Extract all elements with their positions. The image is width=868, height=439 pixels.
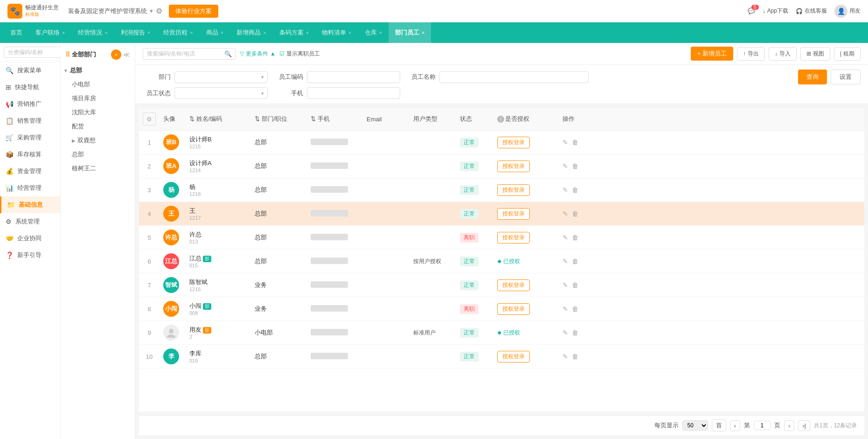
phone-input[interactable] <box>307 87 400 99</box>
delete-button[interactable]: 🗑 <box>572 305 578 313</box>
delete-button[interactable]: 🗑 <box>572 186 578 194</box>
delete-button[interactable]: 🗑 <box>572 329 578 336</box>
sidebar-item-sales[interactable]: 📋 销售管理 <box>0 112 60 129</box>
sidebar-item-system[interactable]: ⚙ 系统管理 <box>0 213 60 230</box>
prev-page-button[interactable]: ‹ <box>730 420 740 431</box>
close-icon[interactable]: × <box>306 30 309 35</box>
auth-login-button[interactable]: 授权登录 <box>497 160 530 172</box>
sidebar-item-finance[interactable]: 💰 资金管理 <box>0 163 60 180</box>
column-settings-icon[interactable]: ⚙ <box>143 112 156 125</box>
sidebar-item-search[interactable]: 🔍 搜索菜单 <box>0 62 60 79</box>
edit-button[interactable]: ✎ <box>562 210 568 217</box>
close-icon[interactable]: × <box>348 30 351 35</box>
add-employee-button[interactable]: + 新增员工 <box>691 47 733 61</box>
sidebar-item-inventory[interactable]: 📦 库存核算 <box>0 146 60 163</box>
show-resigned-checkbox[interactable]: ☑ 显示离职员工 <box>279 50 320 58</box>
last-page-button[interactable]: ›| <box>798 420 810 431</box>
collapse-tree-button[interactable]: ≪ <box>123 51 130 58</box>
edit-button[interactable]: ✎ <box>562 258 568 265</box>
delete-button[interactable]: 🗑 <box>572 281 578 289</box>
edit-button[interactable]: ✎ <box>562 162 568 170</box>
page-size-select[interactable]: 50 100 200 <box>682 420 708 431</box>
tree-item-project-warehouse[interactable]: 项目库房 <box>61 91 135 105</box>
edit-button[interactable]: ✎ <box>562 234 568 241</box>
message-icon[interactable]: 💬 5 <box>748 7 755 14</box>
search-icon[interactable]: 🔍 <box>224 50 232 57</box>
sort-icon[interactable]: ⇅ <box>255 115 260 122</box>
auth-login-button[interactable]: 授权登录 <box>497 303 530 315</box>
chevron-down-icon[interactable]: ▾ <box>150 7 153 14</box>
emp-code-input[interactable] <box>307 71 400 83</box>
delete-button[interactable]: 🗑 <box>572 139 578 146</box>
online-service-link[interactable]: 🎧 在线客服 <box>796 7 827 15</box>
sort-icon[interactable]: ⇅ <box>311 115 316 122</box>
nav-item-home[interactable]: 首页 <box>4 22 29 43</box>
settings-button[interactable]: | 租期 <box>834 47 861 61</box>
gear-icon[interactable]: ⚙ <box>156 7 162 15</box>
auth-login-button[interactable]: 授权登录 <box>497 279 530 291</box>
import-button[interactable]: ↓ 导入 <box>769 47 797 61</box>
edit-button[interactable]: ✎ <box>562 353 568 360</box>
auth-login-button[interactable]: 授权登录 <box>497 351 530 362</box>
trial-button[interactable]: 体验行业方案 <box>169 5 218 18</box>
close-icon[interactable]: × <box>104 30 107 35</box>
delete-button[interactable]: 🗑 <box>572 234 578 241</box>
close-icon[interactable]: × <box>263 30 266 35</box>
next-page-button[interactable]: › <box>784 420 794 431</box>
add-dept-button[interactable]: + <box>111 49 121 60</box>
edit-button[interactable]: ✎ <box>562 139 568 146</box>
query-button[interactable]: 查询 <box>798 70 827 84</box>
auth-login-button[interactable]: 授权登录 <box>497 208 530 220</box>
nav-item-employees[interactable]: 部门员工 × <box>389 22 431 43</box>
sidebar-item-marketing[interactable]: 📢 营销推广 <box>0 96 60 112</box>
nav-item-warehouse[interactable]: 仓库 × <box>358 22 389 43</box>
sidebar-item-guide[interactable]: ❓ 新手引导 <box>0 247 60 264</box>
sidebar-item-purchase[interactable]: 🛒 采购管理 <box>0 129 60 146</box>
delete-button[interactable]: 🗑 <box>572 210 578 217</box>
tree-item-doublu[interactable]: ▶ 双鹿想 <box>61 133 135 147</box>
auth-login-button[interactable]: 授权登录 <box>497 184 530 196</box>
close-icon[interactable]: × <box>221 30 223 35</box>
close-icon[interactable]: × <box>190 30 193 35</box>
delete-button[interactable]: 🗑 <box>572 162 578 170</box>
user-avatar[interactable]: 👤 用友 <box>834 5 861 18</box>
close-icon[interactable]: × <box>422 30 424 35</box>
nav-item-new-goods[interactable]: 新增商品 × <box>230 22 272 43</box>
sidebar-item-coop[interactable]: 🤝 企业协同 <box>0 230 60 247</box>
edit-button[interactable]: ✎ <box>562 329 568 336</box>
tree-item-headquarters[interactable]: ▼ 总部 <box>61 63 135 77</box>
close-icon[interactable]: × <box>147 30 150 35</box>
nav-item-business[interactable]: 经营情况 × <box>71 22 114 43</box>
delete-button[interactable]: 🗑 <box>572 353 578 360</box>
tree-item-small-elec[interactable]: 小电部 <box>61 77 135 91</box>
sort-icon[interactable]: ⇅ <box>189 115 194 122</box>
app-download-link[interactable]: ↓ App下载 <box>763 7 788 15</box>
status-select[interactable] <box>174 87 268 99</box>
emp-name-input[interactable] <box>439 71 589 83</box>
nav-item-crm[interactable]: 客户联络 × <box>29 22 71 43</box>
sidebar-item-basic[interactable]: 📁 基础信息 <box>0 196 60 213</box>
sidebar-item-operations[interactable]: 📊 经营管理 <box>0 180 60 196</box>
tree-item-hq[interactable]: 总部 <box>61 147 135 161</box>
edit-button[interactable]: ✎ <box>562 281 568 289</box>
delete-button[interactable]: 🗑 <box>572 258 578 265</box>
edit-button[interactable]: ✎ <box>562 186 568 194</box>
close-icon[interactable]: × <box>62 30 65 35</box>
search-input[interactable] <box>147 50 222 57</box>
nav-item-profit[interactable]: 利润报告 × <box>114 22 157 43</box>
nav-item-goods[interactable]: 商品 × <box>200 22 230 43</box>
nav-item-history[interactable]: 经营历程 × <box>157 22 199 43</box>
edit-button[interactable]: ✎ <box>562 305 568 313</box>
nav-item-bom[interactable]: 物料清单 × <box>315 22 358 43</box>
auth-login-button[interactable]: 授权登录 <box>497 137 530 148</box>
sidebar-item-shortcut[interactable]: ⊞ 快捷导航 <box>0 79 60 96</box>
more-conditions-button[interactable]: ▽ 更多条件 ▲ <box>240 50 276 58</box>
export-button[interactable]: ↑ 导出 <box>737 47 765 61</box>
dept-select[interactable] <box>174 71 268 83</box>
auth-login-button[interactable]: 授权登录 <box>497 232 530 244</box>
first-page-button[interactable]: 首 <box>712 419 726 432</box>
set-button[interactable]: 设置 <box>831 70 861 84</box>
nav-item-barcode[interactable]: 条码方案 × <box>273 22 315 43</box>
tree-item-planting[interactable]: 植树王二 <box>61 161 135 175</box>
close-icon[interactable]: × <box>379 30 382 35</box>
